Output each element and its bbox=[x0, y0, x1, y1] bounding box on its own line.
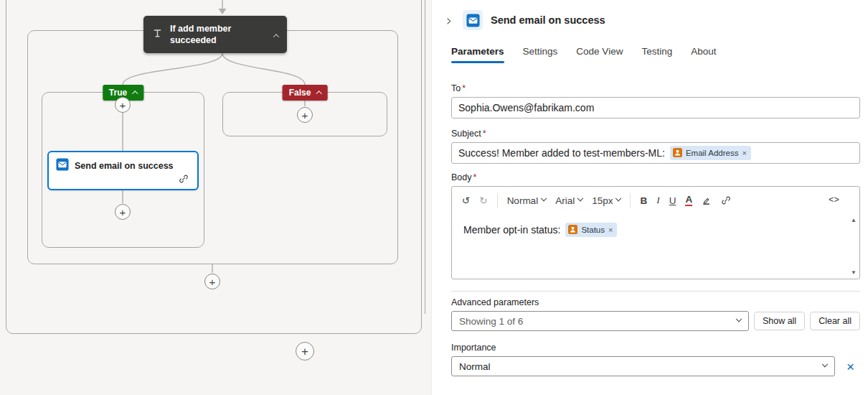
chevron-down-icon bbox=[822, 361, 828, 367]
tab-testing[interactable]: Testing bbox=[641, 46, 672, 63]
highlight-button[interactable] bbox=[702, 195, 712, 205]
condition-icon bbox=[152, 28, 163, 42]
toolbar-divider bbox=[630, 193, 631, 208]
required-asterisk: * bbox=[473, 172, 477, 182]
insert-action-button-after-condition[interactable]: + bbox=[204, 274, 220, 289]
advanced-parameters-label: Advanced parameters bbox=[451, 297, 860, 307]
flow-canvas: If add member succeeded True + bbox=[0, 0, 431, 395]
insert-action-button-true-top[interactable]: + bbox=[115, 97, 131, 113]
outlook-icon bbox=[56, 158, 69, 174]
rte-toolbar: ↺ ↻ Normal Arial 15px B I U bbox=[452, 187, 859, 214]
subject-label: Subject* bbox=[451, 129, 860, 139]
importance-label: Importance bbox=[451, 343, 860, 353]
remove-importance-button[interactable]: × bbox=[846, 360, 854, 373]
designer-window: If add member succeeded True + bbox=[0, 0, 868, 395]
chevron-up-icon bbox=[132, 90, 138, 96]
false-branch-badge[interactable]: False bbox=[283, 85, 328, 101]
undo-button[interactable]: ↺ bbox=[462, 195, 470, 206]
italic-button[interactable]: I bbox=[656, 195, 660, 206]
remove-token-icon[interactable]: × bbox=[608, 226, 613, 234]
dynamic-token-status[interactable]: Status × bbox=[565, 223, 617, 237]
insert-link-button[interactable] bbox=[721, 195, 731, 205]
condition-node[interactable]: If add member succeeded bbox=[143, 16, 287, 53]
remove-token-icon[interactable]: × bbox=[742, 149, 746, 157]
action-card-send-email[interactable]: Send email on success bbox=[47, 151, 199, 190]
section-divider bbox=[451, 291, 860, 292]
subject-input[interactable]: Success! Member added to test-members-ML… bbox=[451, 142, 860, 164]
plus-icon: + bbox=[301, 345, 308, 358]
body-label: Body* bbox=[451, 172, 860, 182]
chevron-right-icon bbox=[445, 18, 450, 24]
token-connector-icon bbox=[673, 148, 682, 159]
insert-action-button-false[interactable]: + bbox=[297, 107, 313, 123]
plus-icon: + bbox=[302, 110, 308, 121]
to-label: To* bbox=[451, 83, 860, 93]
font-size-dropdown[interactable]: 15px bbox=[592, 195, 621, 206]
editor-scrollbar[interactable]: ▲ ▼ bbox=[849, 215, 859, 278]
chevron-down-icon bbox=[615, 195, 621, 201]
clear-all-button[interactable]: Clear all bbox=[810, 312, 860, 330]
body-content[interactable]: Member opt-in status: Status × bbox=[452, 214, 859, 237]
outer-scope-edge bbox=[425, 0, 425, 314]
paragraph-style-dropdown[interactable]: Normal bbox=[507, 195, 547, 206]
collapse-panel-button[interactable] bbox=[440, 13, 455, 27]
body-text: Member opt-in status: bbox=[463, 224, 560, 236]
outlook-connector-icon bbox=[463, 10, 483, 30]
token-label: Status bbox=[581, 226, 605, 234]
panel-tabs: Parameters Settings Code View Testing Ab… bbox=[451, 46, 859, 63]
to-input[interactable]: Sophia.Owens@fabrikam.com bbox=[451, 97, 860, 118]
chevron-down-icon bbox=[736, 316, 742, 322]
token-connector-icon bbox=[568, 225, 577, 236]
redo-button[interactable]: ↻ bbox=[479, 195, 487, 206]
chevron-down-icon bbox=[541, 195, 547, 201]
dynamic-token-email-address[interactable]: Email Address × bbox=[670, 146, 751, 160]
chevron-up-icon[interactable] bbox=[274, 28, 278, 41]
tab-settings[interactable]: Settings bbox=[523, 46, 558, 63]
required-asterisk: * bbox=[462, 83, 466, 93]
font-family-dropdown[interactable]: Arial bbox=[555, 195, 582, 206]
false-branch-label: False bbox=[289, 88, 311, 98]
true-branch-label: True bbox=[109, 88, 127, 98]
link-icon[interactable] bbox=[179, 174, 189, 187]
token-label: Email Address bbox=[686, 149, 739, 157]
chevron-down-icon bbox=[577, 195, 583, 201]
insert-step-button-bottom[interactable]: + bbox=[296, 342, 314, 361]
to-value: Sophia.Owens@fabrikam.com bbox=[458, 102, 594, 113]
advanced-dropdown-value: Showing 1 of 6 bbox=[459, 316, 523, 327]
font-color-button[interactable]: A bbox=[685, 195, 692, 206]
plus-icon: + bbox=[209, 276, 216, 287]
tab-parameters[interactable]: Parameters bbox=[451, 46, 504, 63]
subject-text: Success! Member added to test-members-ML… bbox=[458, 147, 665, 159]
required-asterisk: * bbox=[483, 129, 486, 139]
tab-about[interactable]: About bbox=[691, 46, 716, 63]
scroll-up-icon[interactable]: ▲ bbox=[851, 217, 857, 223]
insert-action-button-true-bottom[interactable]: + bbox=[115, 204, 131, 220]
action-card-title: Send email on success bbox=[75, 161, 174, 171]
plus-icon: + bbox=[120, 207, 126, 218]
condition-title: If add member succeeded bbox=[170, 23, 255, 47]
advanced-parameters-dropdown[interactable]: Showing 1 of 6 bbox=[451, 311, 749, 331]
chevron-up-icon bbox=[316, 90, 321, 96]
code-view-button[interactable]: <> bbox=[829, 195, 839, 205]
importance-value: Normal bbox=[459, 361, 491, 372]
body-rich-text-editor[interactable]: ↺ ↻ Normal Arial 15px B I U bbox=[451, 186, 860, 279]
importance-dropdown[interactable]: Normal bbox=[451, 356, 835, 376]
scroll-down-icon[interactable]: ▼ bbox=[851, 269, 857, 276]
bold-button[interactable]: B bbox=[640, 195, 647, 206]
action-properties-panel: Send email on success Parameters Setting… bbox=[431, 0, 868, 395]
toolbar-divider bbox=[497, 193, 498, 208]
show-all-button[interactable]: Show all bbox=[754, 312, 805, 330]
tab-code-view[interactable]: Code View bbox=[576, 46, 623, 63]
underline-button[interactable]: U bbox=[669, 195, 676, 206]
plus-icon: + bbox=[120, 100, 126, 111]
panel-title: Send email on success bbox=[491, 14, 605, 26]
